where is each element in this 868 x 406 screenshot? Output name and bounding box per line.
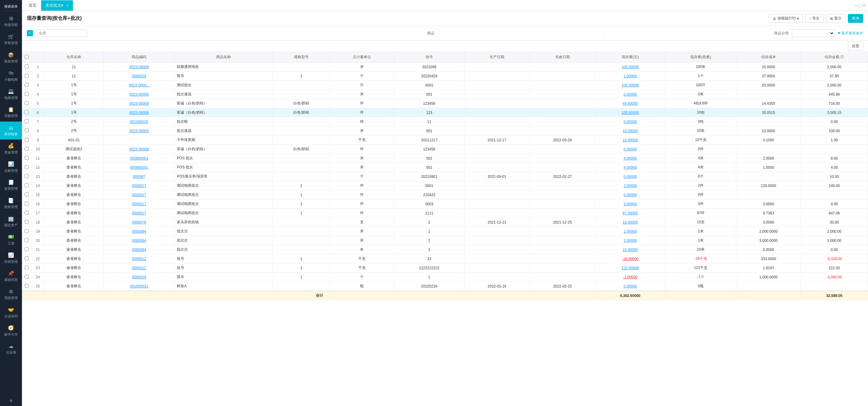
row-checkbox[interactable] bbox=[25, 284, 29, 288]
sidebar-item-inventory[interactable]: 🗂 库存核算 bbox=[0, 122, 22, 140]
row-code[interactable]: 0000017 bbox=[104, 181, 175, 190]
row-checkbox[interactable] bbox=[25, 220, 29, 224]
row-checkbox[interactable] bbox=[25, 165, 29, 169]
row-code[interactable]: 0000084 bbox=[104, 227, 175, 236]
tab-inventory-batch[interactable]: 库存批次▾ × bbox=[41, 0, 73, 11]
row-code[interactable]: 0000029 bbox=[104, 273, 175, 282]
sidebar-item-retail[interactable]: 🛒 零售管理 bbox=[0, 30, 22, 49]
row-code[interactable]: 0000084 bbox=[104, 236, 175, 245]
sidebar-item-payroll[interactable]: 💵 工资 bbox=[0, 231, 22, 249]
sidebar-item-basic-info[interactable]: 📌 基础信息 bbox=[0, 267, 22, 285]
row-checkbox[interactable] bbox=[25, 101, 29, 105]
sidebar-item-overview[interactable]: 📊 总账管理 bbox=[0, 158, 22, 176]
sidebar-item-new-guide[interactable]: 🧭 新手引导 bbox=[0, 322, 22, 340]
sidebar-item-tax[interactable]: 📑 税务管理 bbox=[0, 194, 22, 212]
export-button[interactable]: ↑ 导出 bbox=[805, 14, 824, 23]
sidebar-item-biz-mgmt[interactable]: 📈 经营管理 bbox=[0, 249, 22, 267]
row-checkbox[interactable] bbox=[25, 183, 29, 187]
row-checkbox[interactable] bbox=[25, 147, 29, 151]
minimize-btn[interactable]: − bbox=[855, 3, 857, 8]
row-qty-main[interactable]: 122.00000 bbox=[595, 264, 665, 273]
select-all-checkbox[interactable] bbox=[25, 55, 29, 59]
row-code[interactable]: 0023-00005 bbox=[104, 90, 175, 99]
row-checkbox[interactable] bbox=[25, 65, 29, 69]
row-checkbox[interactable] bbox=[25, 275, 29, 279]
row-qty-main[interactable]: 3.00000 bbox=[595, 200, 665, 209]
row-checkbox[interactable] bbox=[25, 138, 29, 142]
category-select[interactable] bbox=[792, 29, 834, 37]
row-qty-main[interactable]: 100.00000 bbox=[595, 108, 665, 117]
tab-home[interactable]: 首页 bbox=[24, 0, 41, 11]
row-checkbox[interactable] bbox=[25, 257, 29, 261]
row-checkbox[interactable] bbox=[25, 120, 29, 123]
row-code[interactable]: 0000017 bbox=[104, 209, 175, 218]
row-qty-main[interactable]: 0.00000 bbox=[595, 172, 665, 181]
expand-conditions-btn[interactable]: 展开更多条件 bbox=[838, 31, 863, 36]
row-checkbox[interactable] bbox=[25, 74, 29, 78]
row-code[interactable]: 0000084 bbox=[104, 245, 175, 254]
row-qty-main[interactable]: 4.00000 bbox=[595, 163, 665, 172]
row-qty-main[interactable]: 1.00000 bbox=[595, 227, 665, 236]
row-qty-main[interactable]: 0.00000 bbox=[595, 190, 665, 200]
row-code[interactable] bbox=[104, 136, 175, 145]
row-qty-main[interactable]: -1.00000 bbox=[595, 273, 665, 282]
row-qty-main[interactable]: 0.00000 bbox=[595, 90, 665, 99]
filter-nav-arrow[interactable]: > bbox=[27, 30, 33, 36]
row-qty-main[interactable]: 87.00000 bbox=[595, 209, 665, 218]
row-checkbox[interactable] bbox=[25, 229, 29, 233]
row-qty-main[interactable]: 1.00000 bbox=[595, 236, 665, 245]
row-checkbox[interactable] bbox=[25, 174, 29, 178]
row-checkbox[interactable] bbox=[25, 83, 29, 87]
row-code[interactable]: 0023-00009 bbox=[104, 62, 175, 72]
sidebar-item-sys-mgmt[interactable]: ⚙ 系统管理 bbox=[0, 285, 22, 304]
row-code[interactable]: 0000017 bbox=[104, 200, 175, 209]
settings-button[interactable]: 设置 bbox=[848, 42, 863, 50]
row-qty-main[interactable]: 0.00000 bbox=[595, 145, 665, 154]
row-code[interactable]: 0000078 bbox=[104, 218, 175, 227]
row-checkbox[interactable] bbox=[25, 92, 29, 96]
sidebar-settings[interactable]: ⚙ bbox=[0, 396, 22, 406]
sidebar-item-wholesale[interactable]: 📦 批发管理 bbox=[0, 49, 22, 67]
row-code[interactable]: 000097 bbox=[104, 172, 175, 181]
sidebar-item-enterprise[interactable]: 🤝 企业协同 bbox=[0, 304, 22, 322]
warehouse-input[interactable] bbox=[36, 30, 87, 37]
row-qty-main[interactable]: 10.00000 bbox=[595, 136, 665, 145]
row-qty-main[interactable]: 2.00000 bbox=[595, 181, 665, 190]
row-code[interactable]: 0023-00008 bbox=[104, 145, 175, 154]
row-checkbox[interactable] bbox=[25, 193, 29, 197]
sidebar-item-assets[interactable]: 💰 资金管理 bbox=[0, 139, 22, 158]
sidebar-item-invoice[interactable]: 🧾 发票管理 bbox=[0, 176, 22, 194]
row-checkbox[interactable] bbox=[25, 247, 29, 251]
sidebar-item-ecom[interactable]: 💻 电商管理 bbox=[0, 85, 22, 103]
row-code[interactable]: 0000017 bbox=[104, 190, 175, 200]
row-code[interactable]: 001000031 bbox=[104, 282, 175, 291]
maximize-btn[interactable]: □ bbox=[859, 3, 862, 8]
close-btn[interactable]: × bbox=[863, 3, 866, 8]
row-checkbox[interactable] bbox=[25, 266, 29, 270]
sidebar-item-purchase[interactable]: 📋 采购管理 bbox=[0, 103, 22, 122]
row-qty-main[interactable]: 10.00000 bbox=[595, 218, 665, 227]
row-code[interactable]: 0000012 bbox=[104, 254, 175, 264]
sidebar-search[interactable]: 搜索菜单 bbox=[0, 2, 22, 11]
row-code[interactable]: 000900001 bbox=[104, 154, 175, 163]
row-qty-main[interactable]: 0.00000 bbox=[595, 117, 665, 126]
search-button[interactable]: 查询 bbox=[848, 14, 863, 23]
row-code[interactable]: 001000026 bbox=[104, 117, 175, 126]
row-qty-main[interactable]: 49.60000 bbox=[595, 99, 665, 108]
row-qty-main[interactable]: 10.00000 bbox=[595, 126, 665, 136]
sidebar-item-micro-ecom[interactable]: 🛍 小额电商 bbox=[0, 67, 22, 85]
tab-close-btn[interactable]: × bbox=[66, 3, 69, 8]
sidebar-item-fixed-assets[interactable]: 🏢 固定资产 bbox=[0, 212, 22, 231]
row-checkbox[interactable] bbox=[25, 129, 29, 133]
row-qty-main[interactable]: -16.00000 bbox=[595, 254, 665, 264]
row-checkbox[interactable] bbox=[25, 110, 29, 114]
row-qty-main[interactable]: 10.00000 bbox=[595, 245, 665, 254]
row-checkbox[interactable] bbox=[25, 211, 29, 215]
row-code[interactable]: 0023-00008 bbox=[104, 99, 175, 108]
row-checkbox[interactable] bbox=[25, 202, 29, 206]
row-code[interactable]: 000900001 bbox=[104, 163, 175, 172]
row-checkbox[interactable] bbox=[25, 156, 29, 160]
row-code[interactable]: 0023-00005 bbox=[104, 126, 175, 136]
row-code[interactable]: 0000012 bbox=[104, 264, 175, 273]
sidebar-item-quick-nav[interactable]: ⊞ 快捷导航 bbox=[0, 12, 22, 30]
